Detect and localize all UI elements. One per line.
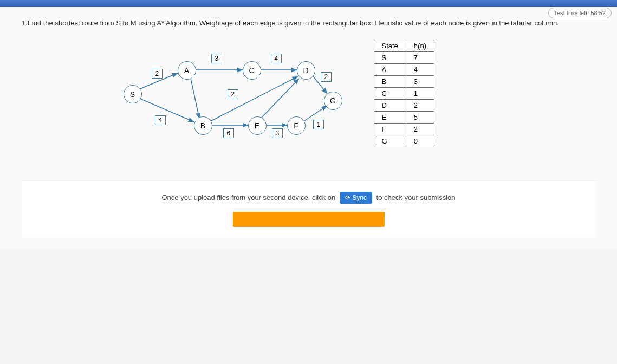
- table-row: S7: [374, 51, 434, 63]
- node-B: B: [194, 116, 212, 135]
- table-row: C1: [374, 87, 434, 99]
- node-F: F: [287, 116, 306, 135]
- sync-label: Sync: [352, 194, 367, 202]
- svg-line-1: [139, 98, 194, 122]
- weight-FG: 1: [313, 120, 324, 129]
- node-C: C: [243, 61, 261, 80]
- table-row: D2: [374, 99, 434, 111]
- svg-line-6: [211, 76, 298, 121]
- th-state: State: [374, 40, 406, 51]
- table-row: G0: [374, 135, 434, 147]
- action-button[interactable]: [233, 212, 385, 227]
- browser-top-bar: [0, 0, 617, 7]
- graph-diagram: S A B C D E F G 2 4 3 2 4 6 3 2 1: [119, 40, 352, 148]
- svg-line-10: [261, 79, 299, 118]
- footer: Once you upload files from your second d…: [22, 180, 595, 238]
- weight-AC: 3: [211, 54, 223, 63]
- table-row: A4: [374, 63, 434, 75]
- sync-button[interactable]: ⟳ Sync: [340, 192, 372, 204]
- sync-icon: ⟳: [345, 194, 350, 202]
- node-A: A: [178, 61, 196, 80]
- graph-area: S A B C D E F G 2 4 3 2 4 6 3 2 1 State …: [119, 40, 498, 148]
- footer-post-text: to check your submission: [376, 193, 456, 202]
- weight-AB: 2: [228, 89, 239, 99]
- weight-CD: 4: [271, 54, 282, 63]
- table-row: F2: [374, 123, 434, 135]
- weight-EF: 3: [272, 128, 283, 138]
- weight-SA: 2: [152, 69, 163, 79]
- content-area: 1.Find the shortest route from S to M us…: [0, 7, 617, 249]
- question-text: 1.Find the shortest route from S to M us…: [22, 18, 595, 29]
- svg-line-3: [191, 79, 199, 119]
- heuristic-table: State h(n) S7 A4 B3 C1 D2 E5 F2 G0: [374, 40, 434, 147]
- node-S: S: [124, 85, 142, 103]
- weight-DG: 2: [321, 72, 332, 82]
- svg-line-9: [304, 106, 327, 121]
- footer-pre-text: Once you upload files from your second d…: [161, 193, 335, 202]
- th-h: h(n): [406, 40, 434, 51]
- weight-BE: 6: [223, 128, 235, 138]
- node-D: D: [297, 61, 315, 80]
- time-left-badge: Test time left: 58:52: [548, 8, 612, 18]
- node-E: E: [248, 116, 267, 135]
- table-row: B3: [374, 75, 434, 87]
- node-G: G: [324, 92, 342, 110]
- table-row: E5: [374, 111, 434, 123]
- weight-SB: 4: [155, 115, 166, 125]
